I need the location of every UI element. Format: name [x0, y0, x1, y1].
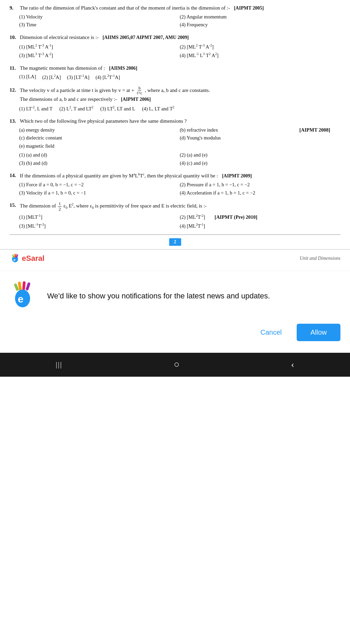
q12-opt3: (3) LT2, LT and L — [100, 105, 135, 113]
footer-logo-text: eSaral — [22, 254, 44, 263]
q13-param-e: (e) magnetic field — [19, 143, 180, 150]
q9-opt1: (1) Velocity — [19, 13, 180, 21]
svg-text:e: e — [18, 293, 24, 305]
back-icon[interactable]: ‹ — [291, 359, 294, 370]
notification-body: e We'd like to show you notifications fo… — [10, 281, 270, 311]
q10-opt2: (2) [ML2 T-3 A-2] — [180, 43, 340, 51]
q13-num: 13. — [10, 117, 18, 125]
q12-num: 12. — [10, 86, 18, 103]
q15-opt2: (2) [ML2T-2] [AIPMT (Pre) 2010] — [180, 213, 340, 221]
q13-param-d: (d) Young's modulus — [180, 134, 340, 142]
page-num-bar: 2 — [10, 238, 340, 246]
question-10: 10. Dimension of electrical resistance i… — [10, 33, 340, 59]
q12-opt2: (2) L2, T and LT2 — [59, 105, 94, 113]
q9-opt2: (2) Angular momentum — [180, 13, 340, 21]
q11-options: (1) [LA] (2) [L2A] (3) [LT-1A] (4) [L2T-… — [19, 73, 340, 81]
q14-opt1: (1) Force if a = 0, b = −1, c = −2 — [19, 181, 180, 189]
notification-popup: e We'd like to show you notifications fo… — [0, 271, 350, 349]
q12-text: The velocity v of a particle at time t i… — [20, 86, 340, 103]
svg-rect-8 — [22, 281, 26, 291]
footer-subject: Unit and Dimensions — [300, 256, 340, 261]
q15-num: 15. — [10, 201, 18, 212]
q9-opt3: (3) Time — [19, 21, 180, 29]
q14-text: If the dimensions of a physical quantity… — [20, 172, 340, 180]
q15-opt4: (4) [ML2T-1] — [180, 222, 340, 230]
content-area: 9. The ratio of the dimension of Planck'… — [0, 0, 350, 246]
q14-opt4: (4) Acceleration if a = 1, b = 1, c = −2 — [180, 189, 340, 197]
q10-opt1: (1) [ML2 T-3 A-1] — [19, 43, 180, 51]
q11-opt2: (2) [L2A] — [42, 73, 61, 81]
footer-bar: e eSaral Unit and Dimensions — [0, 249, 350, 267]
q12-opt4: (4) L, LT and T2 — [142, 105, 175, 113]
q11-ref: [AIIMS 2006] — [109, 66, 137, 71]
question-9: 9. The ratio of the dimension of Planck'… — [10, 4, 340, 29]
q13-param-a: (a) energy density — [19, 126, 180, 134]
allow-button[interactable]: Allow — [297, 324, 340, 341]
footer-logo: e eSaral — [10, 253, 44, 264]
q13-param-b: (b) refractive index [AIPMT 2008] — [180, 126, 340, 134]
svg-rect-9 — [25, 282, 30, 291]
q14-num: 14. — [10, 172, 18, 180]
q11-opt4: (4) [L2T-1A] — [95, 73, 120, 81]
q11-opt1: (1) [LA] — [19, 73, 36, 81]
notification-icon: e — [10, 281, 40, 311]
q13-opt1: (1) (a) and (d) — [19, 151, 180, 159]
q9-num: 9. — [10, 4, 18, 12]
q15-opt3: (3) [ML-1T-2] — [19, 222, 180, 230]
question-11: 11. The magnetic moment has dimension of… — [10, 64, 340, 81]
q13-params: (a) energy density (b) refractive index … — [19, 126, 340, 150]
q13-opt2: (2) (a) and (e) — [180, 151, 340, 159]
q12-opt1: (1) LT-2, L and T — [19, 105, 53, 113]
q13-opt4: (4) (c) and (e) — [180, 160, 340, 167]
q10-opt4: (4) [ML-1 L3 T2 A2] — [180, 51, 340, 59]
svg-text:e: e — [13, 258, 15, 262]
q14-ref: [AIPMT 2009] — [222, 173, 252, 178]
esaral-logo-icon: e — [10, 253, 21, 264]
q15-options: (1) [MLT-1] (2) [ML2T-2] [AIPMT (Pre) 20… — [19, 213, 340, 230]
q13-opt3: (3) (b) and (d) — [19, 160, 180, 167]
q15-opt1: (1) [MLT-1] — [19, 213, 180, 221]
notification-message: We'd like to show you notifications for … — [47, 291, 270, 301]
svg-rect-4 — [16, 254, 18, 258]
question-13: 13. Which two of the following five phys… — [10, 117, 340, 167]
q14-opt3: (3) Velocity if a = 1, b = 0, c = −1 — [19, 189, 180, 197]
q9-opt4: (4) Frequency — [180, 21, 340, 29]
q15-text: The dimension of 1 2 ε0 E2, where ε0 is … — [20, 201, 340, 212]
q9-ref: [AIPMT 2005] — [234, 5, 264, 11]
cancel-button[interactable]: Cancel — [251, 324, 291, 341]
q13-text: Which two of the following five physical… — [20, 117, 340, 125]
home-icon[interactable]: ○ — [174, 359, 179, 370]
q12-options: (1) LT-2, L and T (2) L2, T and LT2 (3) … — [19, 105, 340, 113]
q14-opt2: (2) Pressure if a = 1, b = −1, c = −2 — [180, 181, 340, 189]
question-15: 15. The dimension of 1 2 ε0 E2, where ε0… — [10, 201, 340, 230]
nav-bar: ||| ○ ‹ — [0, 353, 350, 377]
footer-saral-text: Saral — [26, 254, 44, 263]
q10-num: 10. — [10, 33, 18, 41]
menu-icon[interactable]: ||| — [56, 360, 62, 369]
question-12: 12. The velocity v of a particle at time… — [10, 86, 340, 112]
q11-num: 11. — [10, 64, 18, 72]
q9-options: (1) Velocity (2) Angular momentum (3) Ti… — [19, 13, 340, 29]
q10-text: Dimension of electrical resistance is :-… — [20, 33, 340, 41]
q10-opt3: (3) [ML3 T-3 A-2] — [19, 51, 180, 59]
question-14: 14. If the dimensions of a physical quan… — [10, 172, 340, 197]
q9-text: The ratio of the dimension of Planck's c… — [20, 4, 340, 12]
q10-options: (1) [ML2 T-3 A-1] (2) [ML2 T-3 A-2] (3) … — [19, 43, 340, 59]
q11-opt3: (3) [LT-1A] — [67, 73, 89, 81]
q10-ref: [AIIMS 2005,07 AIPMT 2007, AMU 2009] — [103, 35, 189, 40]
q13-options: (1) (a) and (d) (2) (a) and (e) (3) (b) … — [19, 151, 340, 167]
q14-options: (1) Force if a = 0, b = −1, c = −2 (2) P… — [19, 181, 340, 197]
notification-buttons: Cancel Allow — [10, 324, 340, 341]
page-number: 2 — [169, 238, 181, 246]
divider — [10, 234, 340, 235]
q12-ref: [AIPMT 2006] — [121, 97, 151, 102]
q13-param-c: (c) dielectric constant — [19, 134, 180, 142]
q11-text: The magnetic moment has dimension of : [… — [20, 64, 340, 72]
